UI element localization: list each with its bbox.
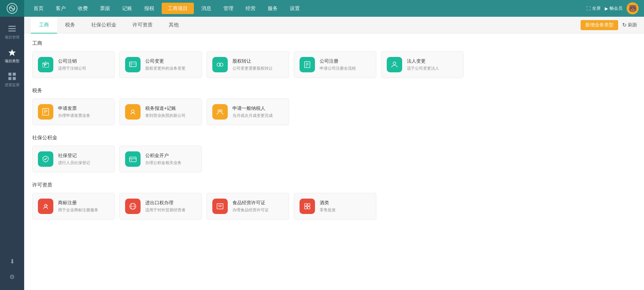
sidebar-item-项目管理[interactable]: 项目管理 <box>0 20 24 44</box>
card-title-申请一般纳税人: 申请一般纳税人 <box>232 105 283 112</box>
tab-工商[interactable]: 工商 <box>31 17 57 33</box>
nav-item-工商项目[interactable]: 工商项目 <box>162 3 194 14</box>
cards-grid-gongshang: 公司注销适用于注销公司公司变更股权变更外的业务变更股权转让公司变更需要股权转让公… <box>32 51 636 78</box>
card-info-酒类: 酒类零售批发 <box>320 200 371 213</box>
nav-item-首页[interactable]: 首页 <box>28 0 50 17</box>
card-申请发票[interactable]: 申请发票办理申请发票业务 <box>32 98 115 125</box>
svg-rect-32 <box>129 157 136 162</box>
card-icon-税务报道+记账 <box>125 104 141 120</box>
svg-rect-12 <box>44 65 45 66</box>
cards-grid-shebao: 社保登记进行人员社保登记公积金开户办理公积金相关业务 <box>32 146 636 172</box>
card-税务报道+记账[interactable]: 税务报道+记账拿到营业执照的新公司 <box>119 98 202 125</box>
nav-item-经营[interactable]: 经营 <box>239 0 262 17</box>
nav-item-票据[interactable]: 票据 <box>94 0 116 17</box>
nav-item-服务[interactable]: 服务 <box>262 0 284 17</box>
card-title-法人变更: 法人变更 <box>407 58 458 64</box>
card-酒类[interactable]: 酒类零售批发 <box>294 193 376 220</box>
card-info-商标注册: 商标注册用于企业商标注册服务 <box>58 200 109 213</box>
card-title-进出口权办理: 进出口权办理 <box>145 200 196 206</box>
card-desc-社保登记: 进行人员社保登记 <box>58 160 109 166</box>
card-info-社保登记: 社保登记进行人员社保登记 <box>58 153 109 166</box>
card-食品经营许可证[interactable]: 食品经营许可证办理食品经营许可证 <box>207 193 289 220</box>
card-icon-酒类 <box>300 199 315 214</box>
card-info-法人变更: 法人变更适于公司变更法人 <box>407 58 458 71</box>
logo[interactable] <box>0 0 24 17</box>
refresh-label: 刷新 <box>628 22 637 28</box>
card-股权转让[interactable]: 股权转让公司变更需要股权转让 <box>207 51 289 78</box>
sidebar-bottom-settings-icon[interactable]: ⚙ <box>0 269 24 285</box>
sidebar-item-项目类型[interactable]: 项目类型 <box>0 44 24 68</box>
card-公司注销[interactable]: 公司注销适用于注销公司 <box>32 51 115 78</box>
nav-item-记账[interactable]: 记账 <box>116 0 138 17</box>
refresh-button[interactable]: ↻ 刷新 <box>622 22 637 28</box>
mascot-avatar: 🐻 <box>627 2 639 14</box>
card-info-公积金开户: 公积金开户办理公积金相关业务 <box>145 153 196 166</box>
card-desc-公司注销: 适用于注销公司 <box>58 66 109 71</box>
nav-item-报税[interactable]: 报税 <box>138 0 160 17</box>
card-title-税务报道+记账: 税务报道+记账 <box>145 105 196 112</box>
vip-label: 畅会员 <box>609 5 623 11</box>
fullscreen-button[interactable]: ⛶ 全屏 <box>586 5 601 11</box>
card-desc-税务报道+记账: 拿到营业执照的新公司 <box>145 113 196 119</box>
card-desc-商标注册: 用于企业商标注册服务 <box>58 207 109 213</box>
card-公积金开户[interactable]: 公积金开户办理公积金相关业务 <box>119 146 202 172</box>
sidebar-item-进度监测[interactable]: 进度监测 <box>0 68 24 91</box>
card-商标注册[interactable]: TM商标注册用于企业商标注册服务 <box>32 193 115 220</box>
sidebar-icon-项目类型 <box>7 48 17 57</box>
logo-icon <box>7 3 17 14</box>
nav-right: ⛶ 全屏 ▶ 畅会员 🐻 <box>586 2 644 14</box>
card-desc-公司变更: 股权变更外的业务变更 <box>145 66 196 71</box>
nav-item-客户[interactable]: 客户 <box>50 0 72 17</box>
nav-menu: 首页客户收费票据记账报税工商项目消息管理经营服务设置 <box>24 0 586 17</box>
card-icon-申请一般纳税人 <box>212 104 228 120</box>
tab-税务[interactable]: 税务 <box>57 17 83 33</box>
section-title-shuiwu: 税务 <box>32 87 636 94</box>
sidebar-bottom-download-icon[interactable]: ⬇ <box>0 254 24 269</box>
tab-社保公积金[interactable]: 社保公积金 <box>83 17 124 33</box>
tabs-list: 工商税务社保公积金许可资质其他 <box>31 17 187 33</box>
card-title-公积金开户: 公积金开户 <box>145 153 196 159</box>
nav-item-消息[interactable]: 消息 <box>195 0 217 17</box>
card-info-申请一般纳税人: 申请一般纳税人当月或次月成变更完成 <box>232 105 283 119</box>
nav-item-收费[interactable]: 收费 <box>72 0 94 17</box>
card-info-申请发票: 申请发票办理申请发票业务 <box>58 105 109 119</box>
card-icon-公司注销 <box>38 57 53 72</box>
content-scroll[interactable]: 工商公司注销适用于注销公司公司变更股权变更外的业务变更股权转让公司变更需要股权转… <box>24 33 644 290</box>
card-info-食品经营许可证: 食品经营许可证办理食品经营许可证 <box>232 200 283 213</box>
svg-rect-43 <box>305 204 307 206</box>
card-title-公司变更: 公司变更 <box>145 58 196 64</box>
svg-rect-34 <box>131 160 132 160</box>
svg-text:TM: TM <box>45 205 48 207</box>
card-公司变更[interactable]: 公司变更股权变更外的业务变更 <box>119 51 202 78</box>
card-icon-社保登记 <box>38 151 53 167</box>
svg-marker-4 <box>8 49 16 56</box>
fullscreen-label: 全屏 <box>592 5 601 11</box>
nav-item-设置[interactable]: 设置 <box>284 0 306 17</box>
card-info-公司变更: 公司变更股权变更外的业务变更 <box>145 58 196 71</box>
new-type-button[interactable]: 新增业务类型 <box>581 20 618 30</box>
tab-许可资质[interactable]: 许可资质 <box>124 17 161 33</box>
nav-item-管理[interactable]: 管理 <box>217 0 239 17</box>
svg-rect-44 <box>308 204 310 206</box>
svg-rect-45 <box>305 207 307 209</box>
tab-其他[interactable]: 其他 <box>161 17 187 33</box>
card-法人变更[interactable]: 法人变更适于公司变更法人 <box>381 51 464 78</box>
card-进出口权办理[interactable]: 进出口权办理适用于对外贸易经营者 <box>119 193 202 220</box>
vip-button[interactable]: ▶ 畅会员 <box>605 5 623 11</box>
card-社保登记[interactable]: 社保登记进行人员社保登记 <box>32 146 115 172</box>
card-desc-公积金开户: 办理公积金相关业务 <box>145 160 196 166</box>
svg-rect-40 <box>217 204 223 209</box>
card-desc-进出口权办理: 适用于对外贸易经营者 <box>145 207 196 213</box>
card-公司注册[interactable]: 公司注册申请公司注册全流程 <box>294 51 376 78</box>
sidebar-icon-进度监测 <box>7 72 17 81</box>
card-desc-公司注册: 申请公司注册全流程 <box>320 66 371 71</box>
sidebar-bottom: 项目管理项目类型进度监测 <box>0 20 24 254</box>
card-title-股权转让: 股权转让 <box>232 58 283 64</box>
sidebar-label-项目管理: 项目管理 <box>5 35 19 40</box>
card-desc-酒类: 零售批发 <box>320 207 371 213</box>
svg-rect-11 <box>45 64 46 65</box>
card-title-食品经营许可证: 食品经营许可证 <box>232 200 283 206</box>
card-申请一般纳税人[interactable]: 申请一般纳税人当月或次月成变更完成 <box>207 98 289 125</box>
main-layout: 项目管理项目类型进度监测 ⬇⚙ 工商税务社保公积金许可资质其他 新增业务类型 ↻… <box>0 17 644 290</box>
card-desc-申请一般纳税人: 当月或次月成变更完成 <box>232 113 283 119</box>
